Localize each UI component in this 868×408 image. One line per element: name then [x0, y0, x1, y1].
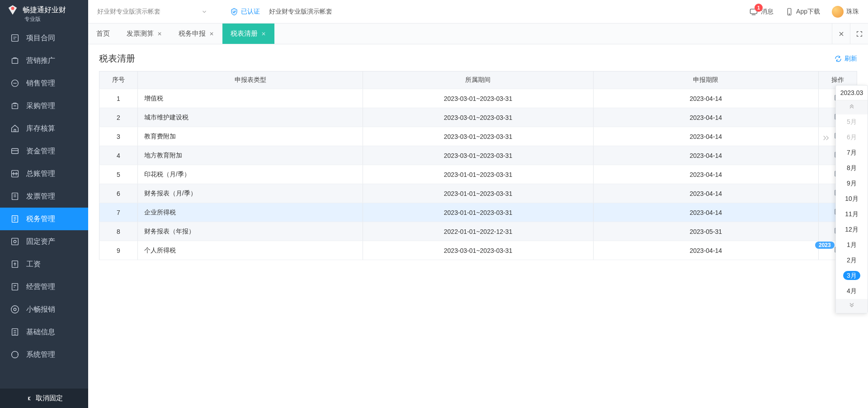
- sidebar-item-10[interactable]: 工资: [0, 253, 88, 275]
- table-row[interactable]: 6财务报表（月/季）2023-01-01~2023-03-312023-04-1…: [99, 184, 857, 203]
- tab-close-icon[interactable]: ✕: [157, 31, 162, 37]
- nav-icon: [10, 123, 20, 133]
- period-month-label: 7月: [847, 149, 857, 156]
- table-row[interactable]: 3教育费附加2023-03-01~2023-03-312023-04-14: [99, 127, 857, 146]
- svg-rect-5: [12, 149, 19, 154]
- sidebar-unpin-label: 取消固定: [36, 394, 63, 403]
- period-month[interactable]: 12月: [836, 222, 868, 237]
- user-menu[interactable]: 珠珠: [832, 6, 859, 18]
- table-row[interactable]: 8财务报表（年报）2022-01-01~2022-12-312023-05-31: [99, 222, 857, 241]
- tab-close-icon[interactable]: ✕: [261, 31, 266, 37]
- tab-3[interactable]: 税表清册✕: [222, 24, 274, 44]
- period-month-label: 10月: [845, 195, 859, 202]
- period-month[interactable]: 4月: [836, 284, 868, 299]
- fullscreen-button[interactable]: [850, 24, 868, 44]
- period-prev-button[interactable]: [836, 100, 868, 114]
- nav-icon: [10, 191, 20, 201]
- nav-icon: [10, 350, 20, 360]
- svg-point-15: [12, 351, 19, 358]
- sidebar-item-0[interactable]: 项目合同: [0, 27, 88, 49]
- sidebar-unpin-button[interactable]: 取消固定: [0, 389, 88, 408]
- period-month[interactable]: 6月: [836, 130, 868, 145]
- sidebar-item-13[interactable]: 基础信息: [0, 321, 88, 343]
- period-month[interactable]: 2月: [836, 253, 868, 268]
- sidebar-item-9[interactable]: 固定资产: [0, 230, 88, 253]
- cell-type: 个人所得税: [137, 241, 363, 260]
- sidebar-item-1[interactable]: 营销推广: [0, 49, 88, 72]
- brand-logo-icon: [6, 4, 19, 16]
- nav-label: 系统管理: [26, 350, 55, 360]
- brand-name: 畅捷通好业财: [23, 5, 66, 15]
- sidebar-item-4[interactable]: 库存核算: [0, 117, 88, 140]
- period-next-button[interactable]: [836, 299, 868, 313]
- nav-label: 小畅报销: [26, 305, 55, 314]
- sidebar-item-6[interactable]: 总账管理: [0, 162, 88, 185]
- nav-label: 销售管理: [26, 79, 55, 88]
- cell-type: 地方教育附加: [137, 146, 363, 165]
- nav-icon: [10, 282, 20, 292]
- period-current[interactable]: 2023.03: [836, 85, 868, 100]
- sidebar-item-3[interactable]: 采购管理: [0, 95, 88, 117]
- sidebar-item-14[interactable]: 系统管理: [0, 343, 88, 366]
- cell-period: 2023-01-01~2023-03-31: [363, 184, 593, 203]
- table-row[interactable]: 9个人所得税2023-03-01~2023-03-312023-04-14: [99, 241, 857, 260]
- period-month[interactable]: 11月: [836, 207, 868, 222]
- table-row[interactable]: 4地方教育附加2023-03-01~2023-03-312023-04-14: [99, 146, 857, 165]
- nav-icon: [10, 169, 20, 179]
- period-month[interactable]: 7月: [836, 145, 868, 161]
- messages-button[interactable]: 消息 1: [749, 7, 774, 16]
- cell-period: 2022-01-01~2022-12-31: [363, 222, 593, 241]
- table-row[interactable]: 1增值税2023-03-01~2023-03-312023-04-14: [99, 89, 857, 108]
- period-month-label: 9月: [847, 180, 857, 187]
- sidebar-item-8[interactable]: 税务管理: [0, 208, 88, 230]
- period-expand-button[interactable]: [822, 134, 830, 143]
- table-row[interactable]: 2城市维护建设税2023-03-01~2023-03-312023-04-14: [99, 108, 857, 127]
- cell-deadline: 2023-04-14: [593, 146, 819, 165]
- period-month[interactable]: 10月: [836, 191, 868, 207]
- period-month-label: 2月: [847, 256, 857, 264]
- app-download-button[interactable]: App下载: [785, 8, 820, 16]
- period-month[interactable]: 8月: [836, 161, 868, 176]
- table-row[interactable]: 7企业所得税2023-01-01~2023-03-312023-04-14: [99, 203, 857, 222]
- cell-index: 5: [99, 165, 138, 184]
- period-month[interactable]: 20231月: [836, 237, 868, 253]
- tab-1[interactable]: 发票测算✕: [118, 24, 170, 44]
- brand: 畅捷通好业财: [0, 0, 88, 17]
- sidebar-item-12[interactable]: 小畅报销: [0, 298, 88, 321]
- chevron-down-double-icon: [848, 302, 855, 309]
- sidebar-item-5[interactable]: 资金管理: [0, 140, 88, 162]
- svg-rect-1: [12, 35, 19, 42]
- messages-badge: 1: [755, 4, 763, 12]
- cell-index: 4: [99, 146, 138, 165]
- period-month[interactable]: 3月: [836, 268, 868, 284]
- sidebar-item-2[interactable]: 销售管理: [0, 72, 88, 95]
- cell-type: 教育费附加: [137, 127, 363, 146]
- period-month-label: 8月: [847, 164, 857, 171]
- sidebar-item-11[interactable]: 经营管理: [0, 275, 88, 298]
- nav-label: 资金管理: [26, 147, 55, 156]
- cell-period: 2023-01-01~2023-03-31: [363, 165, 593, 184]
- period-month[interactable]: 9月: [836, 176, 868, 191]
- sidebar-item-7[interactable]: 发票管理: [0, 185, 88, 208]
- tab-close-current-button[interactable]: [832, 24, 850, 44]
- period-month[interactable]: 5月: [836, 114, 868, 130]
- cell-period: 2023-03-01~2023-03-31: [363, 241, 593, 260]
- refresh-button[interactable]: 刷新: [835, 55, 857, 63]
- nav-label: 基础信息: [26, 327, 55, 337]
- th-index: 序号: [99, 71, 138, 89]
- demo-account-label: 好业财专业版演示帐套: [269, 8, 332, 16]
- svg-rect-7: [12, 193, 18, 200]
- tab-close-icon[interactable]: ✕: [209, 31, 214, 37]
- tab-label: 税务申报: [179, 29, 206, 38]
- cell-type: 城市维护建设税: [137, 108, 363, 127]
- tab-0[interactable]: 首页: [88, 24, 118, 44]
- cell-index: 3: [99, 127, 138, 146]
- chevron-down-icon: [201, 9, 208, 15]
- cell-type: 企业所得税: [137, 203, 363, 222]
- nav-icon: [10, 214, 20, 224]
- tab-2[interactable]: 税务申报✕: [170, 24, 222, 44]
- account-selector[interactable]: 好业财专业版演示帐套: [97, 8, 208, 16]
- period-month-label: 3月: [843, 271, 860, 280]
- nav-label: 项目合同: [26, 33, 55, 43]
- table-row[interactable]: 5印花税（月/季）2023-01-01~2023-03-312023-04-14: [99, 165, 857, 184]
